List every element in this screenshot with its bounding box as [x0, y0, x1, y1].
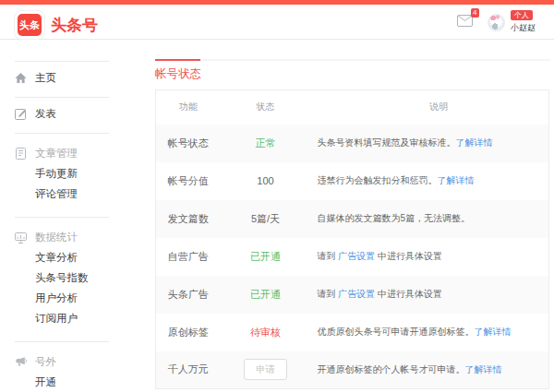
col-header-feature: 功能 — [156, 90, 221, 125]
table-header-row: 功能 状态 说明 — [156, 90, 549, 125]
sidebar-group-chart: 数据统计 — [0, 218, 138, 247]
doc-icon — [15, 148, 27, 160]
account-type-badge: 个人 — [511, 10, 533, 20]
username: 小赵赵 — [511, 22, 536, 34]
status-cell: 5篇/天 — [221, 200, 311, 238]
col-header-status: 状态 — [221, 90, 311, 125]
tab-indicator — [155, 59, 550, 61]
desc-text: 中进行具体设置 — [375, 289, 442, 299]
sidebar-item-label: 主页 — [35, 71, 56, 84]
desc-link[interactable]: 了解详情 — [456, 137, 493, 148]
desc-text: 自媒体的发文篇数为5篇，无法调整。 — [318, 213, 471, 223]
sidebar-subitem[interactable]: 头条号指数 — [0, 267, 138, 288]
status-cell: 100 — [221, 162, 311, 200]
feature-cell: 自营广告 — [156, 238, 221, 276]
feature-cell: 原创标签 — [156, 314, 221, 351]
desc-cell: 优质原创头条号可申请开通原创标签。了解详情 — [311, 314, 549, 351]
page-title: 帐号状态 — [155, 68, 550, 80]
desc-link[interactable]: 广告设置 — [338, 289, 375, 299]
sidebar-group-megaphone: 号外 — [0, 342, 138, 372]
desc-link[interactable]: 了解详情 — [438, 175, 475, 185]
sidebar-group-doc: 文章管理 — [0, 134, 138, 163]
desc-text: 开通原创标签的个人帐号才可申请。 — [318, 364, 465, 374]
feature-cell: 头条广告 — [156, 276, 221, 314]
status-cell: 正常 — [221, 125, 311, 162]
home-icon — [15, 72, 27, 84]
desc-text: 请到 — [318, 251, 339, 261]
sidebar: 主页发表文章管理手动更新评论管理数据统计文章分析头条号指数用户分析订阅用户号外开… — [0, 41, 138, 392]
toutiao-logo-icon: 头条 — [18, 14, 42, 36]
logo-wordmark: 头条号 — [51, 15, 98, 36]
status-cell: 待审核 — [221, 314, 311, 351]
table-row: 头条广告已开通请到 广告设置 中进行具体设置 — [156, 276, 549, 314]
feature-cell: 千人万元 — [156, 351, 221, 389]
feature-cell: 帐号分值 — [156, 162, 221, 200]
apply-button[interactable]: 申请 — [244, 359, 287, 380]
avatar[interactable] — [488, 14, 505, 31]
sidebar-group-label: 号外 — [35, 355, 56, 368]
app-header: 头条 头条号 4 个人 小赵赵 — [0, 5, 554, 40]
main-content: 帐号状态 功能 状态 说明 帐号状态正常头条号资料填写规范及审核标准。了解详情帐… — [155, 59, 550, 389]
sidebar-group-label: 数据统计 — [35, 231, 78, 244]
table-row: 帐号状态正常头条号资料填写规范及审核标准。了解详情 — [156, 125, 549, 162]
chart-icon — [15, 232, 27, 244]
status-cell: 已开通 — [221, 276, 311, 314]
megaphone-icon — [15, 356, 27, 368]
desc-cell: 自媒体的发文篇数为5篇，无法调整。 — [311, 200, 549, 238]
desc-text: 违禁行为会触发扣分和惩罚。 — [318, 175, 438, 185]
desc-text: 头条号资料填写规范及审核标准。 — [318, 137, 456, 148]
account-status-table: 功能 状态 说明 帐号状态正常头条号资料填写规范及审核标准。了解详情帐号分值10… — [155, 89, 549, 389]
sidebar-subitem[interactable]: 用户分析 — [0, 288, 138, 308]
col-header-desc: 说明 — [311, 90, 549, 125]
edit-icon — [15, 108, 27, 120]
table-row: 帐号分值100违禁行为会触发扣分和惩罚。了解详情 — [156, 162, 549, 200]
toutiao-logo[interactable]: 头条 头条号 — [14, 10, 98, 40]
desc-text: 中进行具体设置 — [375, 251, 442, 261]
toutiao-logo-frame: 头条 — [14, 10, 45, 40]
desc-cell: 请到 广告设置 中进行具体设置 — [311, 276, 549, 314]
messages-button[interactable]: 4 — [457, 14, 473, 30]
user-menu[interactable]: 个人 小赵赵 — [511, 10, 536, 34]
sidebar-item-edit[interactable]: 发表 — [0, 98, 138, 133]
table-row: 原创标签待审核优质原创头条号可申请开通原创标签。了解详情 — [156, 314, 549, 351]
feature-cell: 发文篇数 — [156, 200, 221, 238]
desc-text: 请到 — [318, 289, 339, 299]
sidebar-item-home[interactable]: 主页 — [0, 62, 138, 97]
sidebar-group-label: 文章管理 — [35, 147, 78, 160]
sidebar-subitem[interactable]: 文章分析 — [0, 247, 138, 267]
table-row: 千人万元申请开通原创标签的个人帐号才可申请。了解详情 — [156, 351, 549, 389]
mail-count-badge: 4 — [471, 8, 479, 18]
sidebar-subitem[interactable]: 评论管理 — [0, 184, 138, 204]
status-cell: 已开通 — [221, 238, 311, 276]
desc-cell: 违禁行为会触发扣分和惩罚。了解详情 — [311, 162, 549, 200]
table-row: 发文篇数5篇/天自媒体的发文篇数为5篇，无法调整。 — [156, 200, 549, 238]
desc-cell: 请到 广告设置 中进行具体设置 — [311, 238, 549, 276]
sidebar-subitem[interactable]: 开通 — [0, 372, 138, 392]
desc-cell: 头条号资料填写规范及审核标准。了解详情 — [311, 125, 549, 162]
sidebar-subitem[interactable]: 订阅用户 — [0, 308, 138, 328]
desc-link[interactable]: 广告设置 — [338, 251, 375, 261]
sidebar-item-label: 发表 — [35, 107, 56, 120]
feature-cell: 帐号状态 — [156, 125, 221, 162]
table-row: 自营广告已开通请到 广告设置 中进行具体设置 — [156, 238, 549, 276]
status-cell: 申请 — [221, 351, 311, 389]
desc-cell: 开通原创标签的个人帐号才可申请。了解详情 — [311, 351, 549, 389]
desc-text: 优质原创头条号可申请开通原创标签。 — [318, 327, 475, 337]
desc-link[interactable]: 了解详情 — [465, 364, 502, 374]
sidebar-subitem[interactable]: 手动更新 — [0, 163, 138, 184]
desc-link[interactable]: 了解详情 — [475, 327, 512, 337]
